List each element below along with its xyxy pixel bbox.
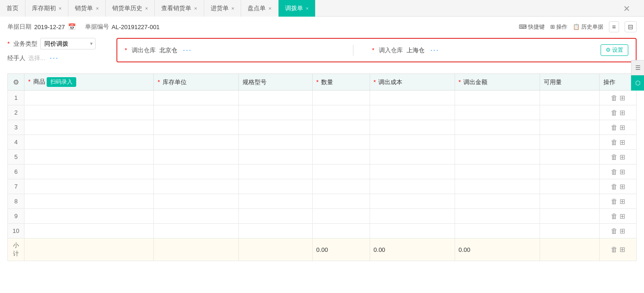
shortcut-button[interactable]: ⌨ 快捷键 xyxy=(519,23,545,31)
cell-cost[interactable] xyxy=(370,150,455,165)
cell-goods[interactable] xyxy=(24,224,154,238)
delete-icon[interactable]: 🗑 xyxy=(611,245,618,254)
table-row: 小计 0.00 0.00 0.00 🗑 ⊞ xyxy=(8,238,637,261)
calendar-icon[interactable]: 📅 xyxy=(68,23,76,31)
cell-qty[interactable] xyxy=(312,150,370,165)
delete-icon[interactable]: 🗑 xyxy=(611,109,618,117)
tab-close-inventory-init[interactable]: × xyxy=(59,6,61,11)
table-settings-icon[interactable]: ⚙ xyxy=(13,78,19,86)
copy-icon[interactable]: ⊞ xyxy=(620,212,626,220)
settings-button[interactable]: ⚙ 设置 xyxy=(601,44,628,56)
cell-qty[interactable] xyxy=(312,209,370,224)
delete-icon[interactable]: 🗑 xyxy=(611,123,618,132)
delete-icon[interactable]: 🗑 xyxy=(611,197,618,206)
tab-close-sales-history[interactable]: × xyxy=(145,6,148,11)
delete-icon[interactable]: 🗑 xyxy=(611,168,618,176)
cell-cost[interactable] xyxy=(370,91,455,105)
business-type-select[interactable]: 同价调拨 xyxy=(40,38,96,49)
layout-button[interactable]: ≡ xyxy=(609,21,619,32)
tab-sales-order[interactable]: 销货单 × xyxy=(68,0,105,17)
cell-qty[interactable] xyxy=(312,105,370,120)
cell-goods[interactable] xyxy=(24,209,154,224)
cell-qty[interactable] xyxy=(312,135,370,150)
cell-amount[interactable] xyxy=(455,120,540,135)
copy-icon[interactable]: ⊞ xyxy=(620,109,626,117)
tab-transfer[interactable]: 调拨单 × xyxy=(279,0,316,17)
scan-button[interactable]: 扫码录入 xyxy=(47,77,76,87)
copy-icon[interactable]: ⊞ xyxy=(620,94,626,102)
cell-amount[interactable] xyxy=(455,105,540,120)
cell-amount[interactable] xyxy=(455,135,540,150)
cell-unit xyxy=(154,165,239,179)
cell-amount[interactable] xyxy=(455,194,540,209)
subtotal-cost: 0.00 xyxy=(370,238,455,261)
cell-qty[interactable] xyxy=(312,165,370,179)
cell-cost[interactable] xyxy=(370,120,455,135)
cell-amount[interactable] xyxy=(455,91,540,105)
copy-icon[interactable]: ⊞ xyxy=(620,245,626,254)
cell-spec xyxy=(239,135,312,150)
copy-icon[interactable]: ⊞ xyxy=(620,123,626,132)
row-number: 7 xyxy=(8,179,24,194)
tab-sales-history[interactable]: 销货单历史 × xyxy=(106,0,155,17)
copy-icon[interactable]: ⊞ xyxy=(620,138,626,146)
delete-icon[interactable]: 🗑 xyxy=(611,227,618,235)
delete-icon[interactable]: 🗑 xyxy=(611,138,618,146)
cell-goods[interactable] xyxy=(24,120,154,135)
cell-goods[interactable] xyxy=(24,150,154,165)
cell-cost[interactable] xyxy=(370,135,455,150)
tab-close-view-sales[interactable]: × xyxy=(194,6,197,11)
history-button[interactable]: 📋 历史单据 xyxy=(573,23,603,31)
copy-icon[interactable]: ⊞ xyxy=(620,183,626,191)
cell-qty[interactable] xyxy=(312,91,370,105)
cell-cost[interactable] xyxy=(370,165,455,179)
keyboard-icon: ⌨ xyxy=(519,24,527,30)
cell-amount[interactable] xyxy=(455,165,540,179)
tab-close-sales-order[interactable]: × xyxy=(96,6,98,11)
cell-qty[interactable] xyxy=(312,179,370,194)
tab-inventory-init[interactable]: 库存期初 × xyxy=(25,0,68,17)
tab-close-purchase[interactable]: × xyxy=(231,6,234,11)
person-more-button[interactable]: ··· xyxy=(48,54,61,62)
window-close-button[interactable]: ✕ xyxy=(623,4,630,14)
cell-goods[interactable] xyxy=(24,179,154,194)
layout-grid-button[interactable]: ⊟ xyxy=(625,21,637,32)
cell-cost[interactable] xyxy=(370,224,455,238)
right-list-button[interactable]: ☰ xyxy=(631,60,644,75)
cell-goods[interactable] xyxy=(24,194,154,209)
cell-goods[interactable] xyxy=(24,91,154,105)
delete-icon[interactable]: 🗑 xyxy=(611,212,618,220)
tab-inventory-check[interactable]: 盘点单 × xyxy=(241,0,278,17)
cell-amount[interactable] xyxy=(455,179,540,194)
cell-goods[interactable] xyxy=(24,165,154,179)
cell-qty[interactable] xyxy=(312,120,370,135)
cell-amount[interactable] xyxy=(455,224,540,238)
tab-close-inventory-check[interactable]: × xyxy=(268,6,271,11)
copy-icon[interactable]: ⊞ xyxy=(620,153,626,161)
cell-qty[interactable] xyxy=(312,224,370,238)
cell-spec xyxy=(239,105,312,120)
warehouse-in-more-button[interactable]: ··· xyxy=(428,46,441,55)
cell-cost[interactable] xyxy=(370,105,455,120)
copy-icon[interactable]: ⊞ xyxy=(620,197,626,206)
cell-qty[interactable] xyxy=(312,194,370,209)
delete-icon[interactable]: 🗑 xyxy=(611,153,618,161)
warehouse-out-more-button[interactable]: ··· xyxy=(181,46,194,55)
right-expand-button[interactable]: ⬡ xyxy=(631,75,644,91)
cell-amount[interactable] xyxy=(455,150,540,165)
delete-icon[interactable]: 🗑 xyxy=(611,94,618,102)
cell-cost[interactable] xyxy=(370,209,455,224)
cell-goods[interactable] xyxy=(24,105,154,120)
cell-cost[interactable] xyxy=(370,194,455,209)
tab-view-sales[interactable]: 查看销货单 × xyxy=(155,0,204,17)
operation-button[interactable]: ⊞ 操作 xyxy=(550,23,567,31)
cell-cost[interactable] xyxy=(370,179,455,194)
copy-icon[interactable]: ⊞ xyxy=(620,227,626,235)
tab-home[interactable]: 首页 xyxy=(0,0,25,17)
delete-icon[interactable]: 🗑 xyxy=(611,183,618,191)
cell-amount[interactable] xyxy=(455,209,540,224)
tab-close-transfer[interactable]: × xyxy=(306,6,309,11)
tab-purchase[interactable]: 进货单 × xyxy=(204,0,241,17)
copy-icon[interactable]: ⊞ xyxy=(620,168,626,176)
cell-goods[interactable] xyxy=(24,135,154,150)
